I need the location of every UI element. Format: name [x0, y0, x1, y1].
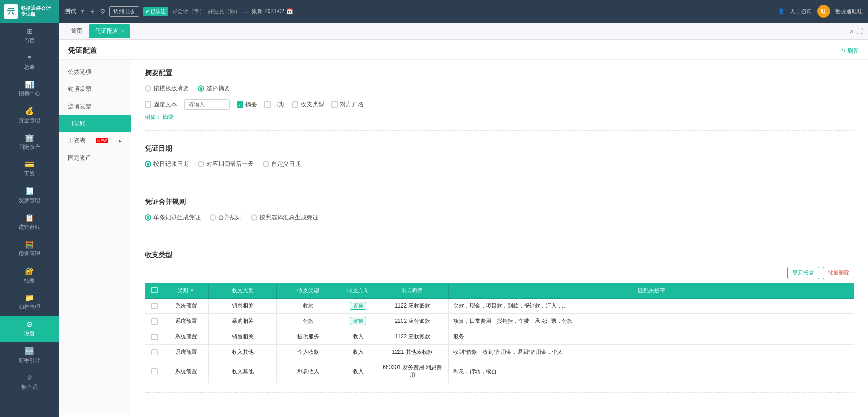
tab-home[interactable]: 首页 [64, 24, 89, 38]
radio-single-record[interactable]: 单条记录生成凭证 [145, 213, 201, 222]
radio-single-circle [145, 214, 151, 221]
switch-version-button[interactable]: 切到旧版 [109, 6, 139, 17]
radio-custom-date[interactable]: 自定义日期 [263, 160, 301, 168]
row-checkbox-2[interactable] [145, 329, 163, 345]
cell-bigtype-3: 收入其他 [209, 345, 277, 360]
sidebar-item-vip[interactable]: ♕ 畅会员 [0, 369, 59, 396]
sidebar-item-salary[interactable]: 💳 工资 [0, 156, 59, 182]
salary-icon: 💳 [25, 160, 34, 169]
select-all-checkbox[interactable] [151, 287, 158, 293]
row-checkbox-0[interactable] [145, 299, 163, 314]
calendar-icon[interactable]: 📅 [286, 8, 293, 14]
row-checkbox-4[interactable] [145, 360, 163, 383]
date-section-title: 凭证日期 [145, 144, 854, 153]
tab-voucher-config[interactable]: 凭证配置 × [89, 24, 130, 38]
refresh-button[interactable]: ↻ 刷新 [841, 47, 859, 55]
invoice-icon: 🧾 [25, 187, 34, 195]
checkbox-type[interactable]: 收支类型 [292, 100, 324, 109]
cell-direction-3: 收入 [340, 345, 376, 360]
cell-type-0: 收款 [277, 299, 340, 314]
cell-account-3: 1221 其他应收款 [376, 345, 449, 360]
right-content: 摘要配置 按模板版摘要 选择摘要 [131, 60, 868, 415]
batch-delete-button[interactable]: 批量删除 [823, 267, 854, 279]
update-button[interactable]: 更新权益 [787, 267, 819, 279]
th-big-type: 收支大类 [209, 283, 277, 299]
topbar-period: 账期 2023-02 📅 [252, 8, 293, 15]
merge-radio-group: 单条记录生成凭证 合并规则 按照选择汇总生成凭证 [145, 213, 854, 222]
row-checkbox-1[interactable] [145, 314, 163, 329]
sidebar-item-settings[interactable]: ⚙ 设置 [0, 316, 59, 342]
radio-period-last[interactable]: 对应期间最后一天 [198, 160, 254, 168]
radio-custom-circle [263, 161, 269, 167]
sidebar-item-reports[interactable]: 📊 报表中心 [0, 76, 59, 102]
cell-account-4: 660301 财务费用 利息费用 [376, 360, 449, 383]
fixed-text-input[interactable] [184, 99, 230, 110]
sidebar-item-archive[interactable]: 📁 归档管理 [0, 289, 59, 316]
tab-close-icon[interactable]: × [121, 28, 124, 34]
table-row: 系统预置 销售相关 提供服务 收入 1122 应收账款 服务 [145, 329, 854, 345]
sidebar-item-assets[interactable]: 🏢 固定资产 [0, 129, 59, 156]
left-nav-public[interactable]: 公共选项 [59, 63, 131, 81]
sidebar-item-guide[interactable]: 🆕 新手引导 [0, 342, 59, 369]
radio-select-summary[interactable]: 选择摘要 [198, 85, 230, 93]
left-nav-sales-invoice[interactable]: 销项发票 [59, 81, 131, 98]
new-badge: NEW [96, 138, 108, 143]
refresh-icon: ↻ [841, 47, 846, 54]
radio-period-circle [198, 161, 204, 167]
tax-icon: 🧮 [25, 240, 34, 249]
reset-tag-1[interactable]: 置顶 [350, 317, 366, 325]
row-checkbox-3[interactable] [145, 345, 163, 360]
checkbox-type-box [292, 101, 298, 108]
sidebar-item-tax[interactable]: 🧮 税务管理 [0, 236, 59, 262]
topbar-title: 测试 [64, 7, 76, 15]
checkbox-summary[interactable]: ✓ 摘要 [237, 100, 257, 109]
radio-diary-date[interactable]: 按日记账日期 [145, 160, 189, 168]
left-nav-purchase-invoice[interactable]: 进项发票 [59, 98, 131, 115]
summary-section: 摘要配置 按模板版摘要 选择摘要 [145, 69, 854, 131]
checkbox-counterparty[interactable]: 对方户名 [331, 100, 364, 109]
support-icon: 👤 [778, 8, 785, 14]
sidebar-item-purchase[interactable]: 📋 进销台账 [0, 209, 59, 236]
radio-template-summary[interactable]: 按模板版摘要 [145, 85, 189, 93]
topbar-dropdown-icon[interactable]: ▼ [80, 8, 85, 14]
th-account: 对方科目 [376, 283, 449, 299]
cell-bigtype-0: 销售相关 [209, 299, 277, 314]
sidebar-item-invoice[interactable]: 🧾 发票管理 [0, 182, 59, 209]
window-close-button[interactable]: × [850, 28, 854, 35]
topbar-gear-icon[interactable]: ⚙ [100, 8, 106, 15]
checkbox-date[interactable]: 日期 [264, 100, 285, 109]
cell-type-2: 提供服务 [277, 329, 340, 345]
user-avatar: 旺 [817, 5, 830, 18]
left-nav-diary[interactable]: 日记账 [59, 115, 131, 132]
topbar-tags: 好会计（专）+好生意（标）+... [172, 8, 248, 15]
left-nav-fixed-assets[interactable]: 固定资产 [59, 149, 131, 166]
ledger-icon: ≡ [27, 54, 31, 62]
window-maximize-button[interactable]: ⛶ [856, 28, 863, 35]
user-name: 畅捷通旺旺 [835, 8, 863, 15]
sidebar-item-closing[interactable]: 🔐 结账 [0, 262, 59, 289]
cell-account-1: 2202 应付账款 [376, 314, 449, 329]
th-select-all[interactable] [145, 283, 163, 299]
left-nav-payroll[interactable]: 工资表 NEW ▸ [59, 132, 131, 149]
page-title: 凭证配置 [68, 46, 97, 56]
cell-keywords-4: 利息，行转，续自 [449, 360, 854, 383]
guide-icon: 🆕 [25, 347, 34, 355]
cell-direction-0: 置顶 [340, 299, 376, 314]
sidebar: 云 畅捷通好会计 专业版 ⊞ 首页 ≡ 总账 📊 报表中心 💰 资金管理 🏢 固… [0, 0, 59, 417]
sidebar-item-home[interactable]: ⊞ 首页 [0, 23, 59, 49]
th-direction: 收支方向 [340, 283, 376, 299]
radio-merge-rule[interactable]: 合并规则 [210, 213, 242, 222]
radio-summary-generate[interactable]: 按照选择汇总生成凭证 [251, 213, 318, 222]
checkbox-counterparty-box [331, 101, 338, 108]
sidebar-item-ledger[interactable]: ≡ 总账 [0, 49, 59, 76]
radio-merge-circle [210, 214, 216, 221]
th-type: 收支类型 [277, 283, 340, 299]
support-text[interactable]: 人工咨询 [790, 8, 812, 15]
expand-icon: ▸ [119, 137, 122, 144]
checkbox-fixed-text[interactable]: 固定文本 [145, 100, 177, 109]
date-section: 凭证日期 按日记账日期 对应期间最后一天 自定义日期 [145, 144, 854, 184]
th-category[interactable]: 类别 ∨ [163, 283, 209, 299]
sidebar-item-funds[interactable]: 💰 资金管理 [0, 102, 59, 129]
reset-tag-0[interactable]: 置顶 [350, 302, 366, 310]
topbar-add-icon[interactable]: ＋ [89, 7, 96, 16]
